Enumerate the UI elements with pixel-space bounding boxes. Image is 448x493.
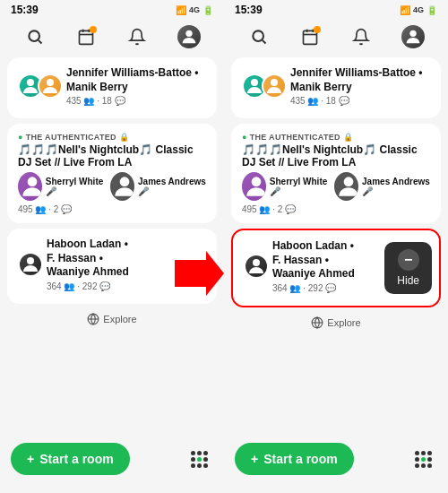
dots-grid-right[interactable]: [409, 445, 437, 473]
signal-icon-right: 📶: [400, 5, 410, 15]
room-card-3-right[interactable]: Haboon Ladan •F. Hassan •Waaniye Ahmed 3…: [231, 229, 441, 307]
network-right: 4G: [413, 5, 424, 14]
room-info-1-left: Jennifer Williams-Battoe •Manik Berry 43…: [66, 66, 206, 106]
svg-point-6: [185, 30, 192, 37]
right-panel: 15:39 📶 4G 🔋: [224, 0, 448, 493]
dot1r: [415, 451, 419, 455]
calendar-dot-left: [90, 26, 97, 33]
svg-point-25: [344, 177, 354, 187]
dot5r: [421, 457, 426, 462]
svg-point-23: [271, 79, 278, 86]
host-avatars-1-left: [18, 74, 63, 99]
room-card-1-left[interactable]: Jennifer Williams-Battoe •Manik Berry 43…: [7, 57, 217, 118]
room-title-2-right: 🎵🎵🎵Nell's Nightclub🎵 Classic DJ Set // L…: [242, 143, 430, 169]
dot6: [203, 457, 208, 462]
room-info-1-right: Jennifer Williams-Battoe •Manik Berry 43…: [290, 66, 430, 106]
room-meta-2-left: 495 👥 · 2 💬: [18, 204, 206, 214]
svg-point-7: [27, 79, 34, 86]
svg-point-24: [252, 177, 262, 187]
search-icon-right[interactable]: [248, 26, 270, 48]
start-room-button-right[interactable]: + Start a room: [235, 443, 354, 475]
nav-bar-right: [224, 20, 448, 54]
speaker-avatar-james-right: [334, 172, 358, 201]
calendar-icon-right[interactable]: [299, 26, 321, 48]
room-card-1-right[interactable]: Jennifer Williams-Battoe •Manik Berry 43…: [231, 57, 441, 118]
status-icons-right: 📶 4G 🔋: [400, 5, 437, 15]
room-title-2-left: 🎵🎵🎵Nell's Nightclub🎵 Classic DJ Set // L…: [18, 143, 206, 169]
search-icon-left[interactable]: [24, 26, 46, 48]
speaker-james-left: James Andrews 🎤: [110, 172, 206, 201]
svg-rect-17: [303, 30, 316, 44]
svg-line-1: [38, 40, 41, 44]
svg-line-16: [262, 40, 265, 44]
hide-popup[interactable]: − Hide: [384, 242, 432, 294]
nav-bar-left: [0, 20, 224, 54]
dot9: [203, 463, 208, 468]
speakers-row-2-left: Sherryl White 🎤 James Andrews 🎤: [18, 172, 206, 201]
svg-point-8: [47, 79, 54, 86]
dot4r: [415, 457, 419, 462]
dot2r: [421, 451, 426, 455]
host-avatar-hl-left: [18, 252, 43, 277]
hide-label: Hide: [397, 274, 419, 287]
host-avatar-mb-left: [38, 74, 63, 99]
time-left: 15:39: [11, 4, 39, 16]
battery-icon-left: 🔋: [202, 5, 213, 15]
svg-point-26: [253, 259, 260, 266]
svg-point-21: [409, 30, 416, 37]
explore-btn-right[interactable]: Explore: [231, 313, 441, 333]
host-avatars-3-left: [18, 252, 43, 277]
speaker-info-james-left: James Andrews 🎤: [138, 177, 206, 196]
host-avatars-1-right: [242, 74, 287, 99]
dot3r: [427, 451, 432, 455]
speaker-avatar-james-left: [110, 172, 134, 201]
bell-icon-right[interactable]: [350, 26, 372, 48]
dot5: [197, 457, 202, 462]
calendar-dot-right: [314, 26, 321, 33]
network-left: 4G: [189, 5, 200, 14]
svg-point-9: [28, 177, 38, 187]
bottom-bar-right: + Start a room: [224, 436, 448, 493]
bottom-bar-left: + Start a room: [0, 436, 224, 493]
user-avatar-right[interactable]: [401, 25, 425, 48]
room-tag-2-right: ● THE AUTHENTICATED 🔒: [242, 133, 430, 142]
status-icons-left: 📶 4G 🔋: [176, 5, 213, 15]
svg-point-10: [120, 177, 130, 187]
room-name-1-right: Jennifer Williams-Battoe •Manik Berry: [290, 66, 430, 94]
bell-icon-left[interactable]: [126, 26, 148, 48]
room-card-2-right[interactable]: ● THE AUTHENTICATED 🔒 🎵🎵🎵Nell's Nightclu…: [231, 124, 441, 223]
status-bar-right: 15:39 📶 4G 🔋: [224, 0, 448, 20]
svg-rect-2: [79, 30, 92, 44]
start-room-button-left[interactable]: + Start a room: [11, 443, 130, 475]
calendar-icon-left[interactable]: [75, 26, 97, 48]
hide-minus-icon: −: [398, 249, 419, 271]
svg-point-15: [253, 30, 263, 41]
speaker-sherryl-right: Sherryl White 🎤: [242, 172, 329, 201]
dots-grid-left[interactable]: [185, 445, 213, 473]
host-avatar-hl-right: [244, 254, 269, 279]
dot3: [203, 451, 208, 455]
time-right: 15:39: [235, 4, 263, 16]
status-bar-left: 15:39 📶 4G 🔋: [0, 0, 224, 20]
room-card-2-left[interactable]: ● THE AUTHENTICATED 🔒 🎵🎵🎵Nell's Nightclu…: [7, 124, 217, 223]
content-area-left: Jennifer Williams-Battoe •Manik Berry 43…: [0, 54, 224, 436]
dot8r: [421, 463, 426, 468]
svg-point-22: [251, 79, 258, 86]
speaker-james-right: James Andrews 🎤: [334, 172, 430, 201]
start-room-plus-left: +: [27, 452, 34, 466]
explore-btn-left[interactable]: Explore: [7, 309, 217, 329]
user-avatar-left[interactable]: [177, 25, 201, 48]
dot9r: [427, 463, 432, 468]
speaker-info-james-right: James Andrews 🎤: [362, 177, 430, 196]
start-room-plus-right: +: [251, 452, 258, 466]
speaker-sherryl-left: Sherryl White 🎤: [18, 172, 105, 201]
svg-point-11: [27, 257, 34, 264]
content-area-right: Jennifer Williams-Battoe •Manik Berry 43…: [224, 54, 448, 436]
dot2: [197, 451, 202, 455]
room-tag-2-left: ● THE AUTHENTICATED 🔒: [18, 133, 206, 142]
svg-point-0: [29, 30, 39, 41]
red-arrow: [175, 246, 228, 300]
room-meta-1-left: 435 👥 · 18 💬: [66, 96, 206, 106]
speaker-avatar-sherryl-right: [242, 172, 266, 201]
dot1: [191, 451, 195, 455]
